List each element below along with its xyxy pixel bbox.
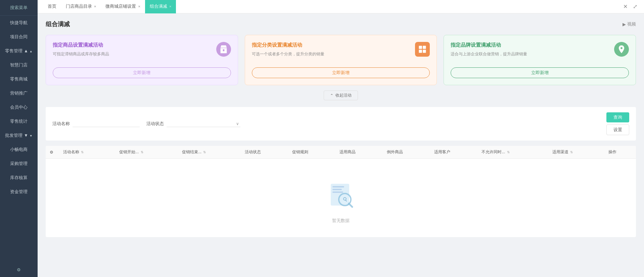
- sidebar-item-purchase-mgmt[interactable]: 采购管理: [0, 157, 38, 171]
- svg-rect-2: [419, 50, 422, 53]
- filter-activity-name: 活动名称: [52, 120, 140, 127]
- activity-status-select[interactable]: 进行中 未开始 已结束: [167, 120, 240, 127]
- video-label: 视频: [627, 21, 636, 27]
- collapse-icon: ⌃: [330, 93, 333, 98]
- tab-label-combo-discount: 组合满减: [150, 3, 167, 9]
- sidebar-item-inventory-calc[interactable]: 库存核算: [0, 171, 38, 185]
- sort-icon: ⇅: [141, 150, 143, 154]
- sidebar-item-retail-stats[interactable]: 零售统计: [0, 114, 38, 128]
- empty-state: 暂无数据: [46, 159, 636, 237]
- th-gear[interactable]: ⚙: [46, 146, 59, 159]
- promo-card-btn-specify-goods[interactable]: 立即新增: [53, 67, 231, 78]
- resize-window-button[interactable]: ⤢: [632, 3, 639, 10]
- close-window-button[interactable]: ✕: [622, 3, 629, 10]
- main-area: 首页门店商品目录 ×微商城店铺设置 ×组合满减 × ✕ ⤢ 组合满减 ▶ 视频 …: [38, 0, 644, 277]
- promo-card-desc-specify-goods: 可指定滞销商品或库存较多商品: [53, 51, 231, 63]
- promo-card-title-specify-category: 指定分类设置满减活动: [252, 42, 430, 48]
- th-not-allow-same[interactable]: 不允许同时... ⇅: [477, 146, 548, 159]
- sidebar-item-wholesale-mgmt[interactable]: 批发管理 ▼: [0, 128, 38, 143]
- page-header: 组合满减 ▶ 视频: [46, 20, 636, 28]
- sidebar-item-xiaochang-ecom[interactable]: 小畅电商: [0, 143, 38, 157]
- th-operation: 操作: [604, 146, 636, 159]
- sidebar-gear-item[interactable]: ⚙: [0, 263, 38, 277]
- th-promo-start[interactable]: 促销开始... ⇅: [115, 146, 178, 159]
- th-promo-rule: 促销规则: [288, 146, 335, 159]
- tab-label-home: 首页: [48, 3, 56, 9]
- table-container: ⚙活动名称 ⇅促销开始... ⇅促销结束... ⇅活动状态促销规则适用商品例外商…: [46, 146, 636, 237]
- collapse-button[interactable]: ⌃ 收起活动: [324, 91, 358, 100]
- empty-text: 暂无数据: [332, 218, 350, 224]
- promo-card-desc-specify-brand: 适合与上游企业联合做营销，提升品牌销量: [451, 51, 629, 63]
- promo-card-icon-specify-goods: [216, 42, 231, 57]
- tab-wechat-settings[interactable]: 微商城店铺设置 ×: [101, 0, 145, 13]
- data-table: ⚙活动名称 ⇅促销开始... ⇅促销结束... ⇅活动状态促销规则适用商品例外商…: [46, 146, 636, 159]
- svg-line-10: [349, 204, 352, 207]
- activity-status-label: 活动状态: [146, 121, 164, 127]
- play-icon: ▶: [623, 22, 626, 27]
- svg-point-9: [341, 196, 349, 204]
- tab-label-store-catalog: 门店商品目录: [66, 3, 92, 9]
- promo-card-btn-specify-category[interactable]: 立即新增: [252, 67, 430, 78]
- activity-name-label: 活动名称: [52, 121, 70, 127]
- page-title: 组合满减: [46, 20, 70, 28]
- tab-bar: 首页门店商品目录 ×微商城店铺设置 ×组合满减 × ✕ ⤢: [38, 0, 644, 13]
- promo-card-title-specify-brand: 指定品牌设置满减活动: [451, 42, 629, 48]
- query-button[interactable]: 查询: [606, 112, 629, 122]
- promo-card-title-specify-goods: 指定商品设置满减活动: [53, 42, 231, 48]
- activity-status-select-wrapper: 进行中 未开始 已结束 ∨: [167, 120, 240, 127]
- gear-icon: ⚙: [17, 267, 21, 272]
- promo-card-specify-goods: 指定商品设置满减活动可指定滞销商品或库存较多商品立即新增: [46, 35, 238, 85]
- collapse-bar: ⌃ 收起活动: [46, 91, 636, 100]
- sort-icon: ⇅: [570, 150, 573, 154]
- promo-card-desc-specify-category: 可选一个或者多个分类，提升分类的销量: [252, 51, 430, 63]
- sidebar-item-quick-nav[interactable]: 快捷导航: [0, 16, 38, 30]
- th-except-goods: 例外商品: [383, 146, 430, 159]
- svg-rect-5: [332, 186, 344, 187]
- sidebar-item-project-contract[interactable]: 项目合同: [0, 30, 38, 44]
- sort-icon: ⇅: [81, 150, 84, 154]
- tab-bar-actions: ✕ ⤢: [622, 3, 639, 10]
- sidebar-search[interactable]: 搜索菜单: [0, 0, 38, 16]
- svg-rect-0: [419, 46, 422, 49]
- svg-rect-6: [332, 189, 342, 190]
- sort-icon: ⇅: [507, 150, 510, 154]
- th-activity-status: 活动状态: [241, 146, 288, 159]
- page-content: 组合满减 ▶ 视频 指定商品设置满减活动可指定滞销商品或库存较多商品立即新增指定…: [38, 13, 644, 277]
- tab-close-icon-wechat-settings[interactable]: ×: [138, 4, 140, 8]
- tab-close-icon-store-catalog[interactable]: ×: [94, 4, 96, 8]
- activity-name-input[interactable]: [73, 120, 140, 127]
- tab-combo-discount[interactable]: 组合满减 ×: [145, 0, 176, 13]
- th-promo-end[interactable]: 促销结束... ⇅: [178, 146, 241, 159]
- svg-rect-7: [332, 191, 343, 193]
- sort-icon: ⇅: [203, 150, 206, 154]
- sidebar-item-finance-mgmt[interactable]: 资金管理: [0, 185, 38, 199]
- filter-activity-status: 活动状态 进行中 未开始 已结束 ∨: [146, 120, 240, 127]
- promo-card-icon-specify-brand: [614, 42, 629, 57]
- sidebar-item-marketing[interactable]: 营销推广: [0, 86, 38, 100]
- promo-card-icon-specify-category: [415, 42, 430, 57]
- collapse-label: 收起活动: [335, 93, 352, 98]
- tab-home[interactable]: 首页: [43, 0, 61, 13]
- promo-card-specify-category: 指定分类设置满减活动可选一个或者多个分类，提升分类的销量立即新增: [245, 35, 437, 85]
- th-applicable-goods: 适用商品: [335, 146, 383, 159]
- sidebar-item-member-center[interactable]: 会员中心: [0, 100, 38, 114]
- sidebar-item-retail-mgmt[interactable]: 零售管理 ▲: [0, 44, 38, 58]
- tab-close-icon-combo-discount[interactable]: ×: [169, 4, 171, 8]
- th-applicable-channel[interactable]: 适用渠道 ⇅: [548, 146, 604, 159]
- tab-store-catalog[interactable]: 门店商品目录 ×: [61, 0, 101, 13]
- promo-card-btn-specify-brand[interactable]: 立即新增: [451, 67, 629, 78]
- sidebar-item-retail-mall[interactable]: 零售商城: [0, 72, 38, 86]
- sidebar-item-smart-store[interactable]: 智慧门店: [0, 58, 38, 72]
- promo-cards: 指定商品设置满减活动可指定滞销商品或库存较多商品立即新增指定分类设置满减活动可选…: [46, 35, 636, 85]
- empty-illustration: [324, 179, 358, 212]
- th-activity-name[interactable]: 活动名称 ⇅: [59, 146, 115, 159]
- th-applicable-customer: 适用客户: [430, 146, 477, 159]
- settings-button[interactable]: 设置: [606, 124, 629, 135]
- svg-rect-3: [423, 50, 426, 53]
- filter-actions: 查询 设置: [606, 112, 629, 135]
- video-link[interactable]: ▶ 视频: [623, 21, 636, 27]
- svg-rect-1: [423, 46, 426, 49]
- tab-label-wechat-settings: 微商城店铺设置: [105, 3, 136, 9]
- promo-card-specify-brand: 指定品牌设置满减活动适合与上游企业联合做营销，提升品牌销量立即新增: [444, 35, 636, 85]
- filter-bar: 活动名称 活动状态 进行中 未开始 已结束 ∨ 查询 设置: [46, 107, 636, 141]
